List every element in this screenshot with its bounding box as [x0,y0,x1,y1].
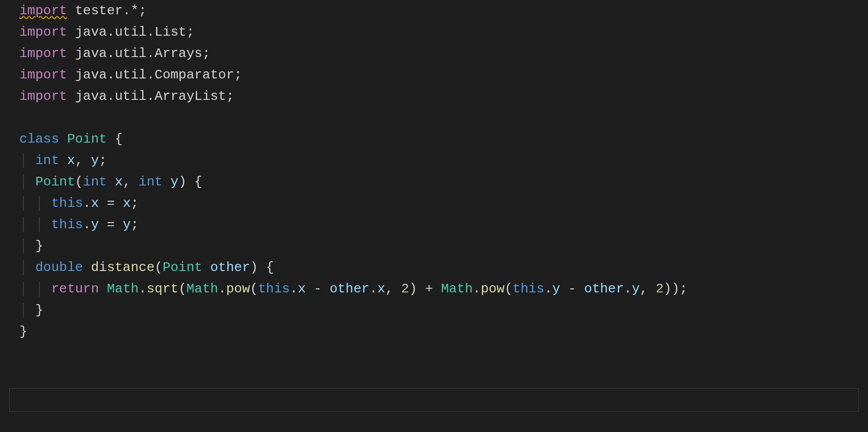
panel-border [9,388,859,412]
code-token: .*; [123,3,147,18]
code-token: y [171,174,179,190]
code-token: x [115,174,123,190]
code-line[interactable]: │ int x, y; [19,150,868,171]
code-line[interactable]: } [19,321,868,342]
code-token: ; [131,217,139,232]
code-token: util [115,89,146,104]
code-token: Math [441,281,472,296]
code-token: import [19,24,67,40]
code-token: ; [234,67,242,83]
code-token [67,46,75,61]
code-token: x [67,153,75,168]
code-line[interactable]: │ double distance(Point other) { [19,257,868,278]
code-token: Comparator [154,67,234,83]
code-token: ; [202,46,211,61]
code-area[interactable]: import tester.*;import java.util.List;im… [0,0,868,342]
code-token: this [51,217,83,232]
code-token: y [91,153,99,168]
code-token [202,260,211,275]
code-token: Arrays [154,46,202,61]
code-line[interactable]: │ │ this.x = x; [19,193,868,214]
code-line[interactable]: import tester.*; [19,0,868,21]
code-token: x [298,281,306,296]
code-token: this [51,196,83,211]
code-line[interactable]: │ │ this.y = y; [19,214,868,235]
code-token: , [75,153,91,168]
code-token: Point [35,174,75,190]
code-token [67,67,75,83]
code-token [59,131,67,147]
code-token: . [544,281,553,296]
code-token: sqrt [147,281,178,296]
code-token: import [19,3,67,18]
code-token: import [19,67,67,83]
code-token [59,153,67,168]
code-token: double [35,260,83,275]
code-token: class [19,131,59,147]
code-token: ; [131,196,139,211]
code-token: pow [226,281,250,296]
code-token: y [91,217,99,232]
code-editor[interactable]: import tester.*;import java.util.List;im… [0,0,868,432]
code-token: , [385,281,401,296]
code-token: ( [505,281,513,296]
code-token: - [306,281,330,296]
code-token: )); [664,281,688,296]
code-token: . [624,281,632,296]
code-token [107,174,115,190]
code-token: other [211,260,250,275]
code-token: - [560,281,584,296]
code-token: } [19,324,28,339]
code-token: . [290,281,298,296]
code-token: int [139,174,163,190]
code-token: ( [178,281,187,296]
code-token: . [107,24,115,40]
code-token: , [640,281,655,296]
code-token: this [258,281,290,296]
code-token: List [154,24,186,40]
code-token: this [513,281,544,296]
code-token: 2 [655,281,664,296]
code-token: Point [163,260,202,275]
code-token: y [553,281,561,296]
code-token: . [147,89,155,104]
code-token: ; [99,153,107,168]
code-token: x [91,196,99,211]
code-token: . [83,217,91,232]
code-line[interactable]: │ } [19,300,868,321]
code-token: java [75,46,107,61]
code-token: import [19,46,67,61]
code-token: ; [187,24,195,40]
code-token: pow [481,281,505,296]
code-token: . [370,281,378,296]
code-token: int [83,174,107,190]
code-token: Math [107,281,139,296]
code-token: . [147,24,155,40]
code-line[interactable]: │ │ return Math.sqrt(Math.pow(this.x - o… [19,278,868,300]
code-line[interactable]: import java.util.Comparator; [19,64,868,86]
code-token [83,260,91,275]
code-token [67,24,75,40]
code-line[interactable]: import java.util.ArrayList; [19,86,868,107]
code-token: other [330,281,370,296]
code-token [99,281,107,296]
code-token [67,3,75,18]
code-line[interactable] [19,107,868,128]
code-token: util [115,67,146,83]
code-token: java [75,89,107,104]
code-line[interactable]: import java.util.List; [19,21,868,43]
code-line[interactable]: │ } [19,235,868,257]
code-token: ( [154,260,163,275]
code-token: { [107,131,123,147]
code-token: import [19,89,67,104]
code-token: . [473,281,481,296]
code-token: ) { [178,174,202,190]
code-token: . [218,281,226,296]
code-token [163,174,171,190]
code-line[interactable]: class Point { [19,128,868,150]
code-line[interactable]: │ Point(int x, int y) { [19,171,868,193]
code-token: } [35,303,43,318]
code-token: return [51,281,99,296]
code-token: = [99,196,123,211]
code-line[interactable]: import java.util.Arrays; [19,43,868,64]
